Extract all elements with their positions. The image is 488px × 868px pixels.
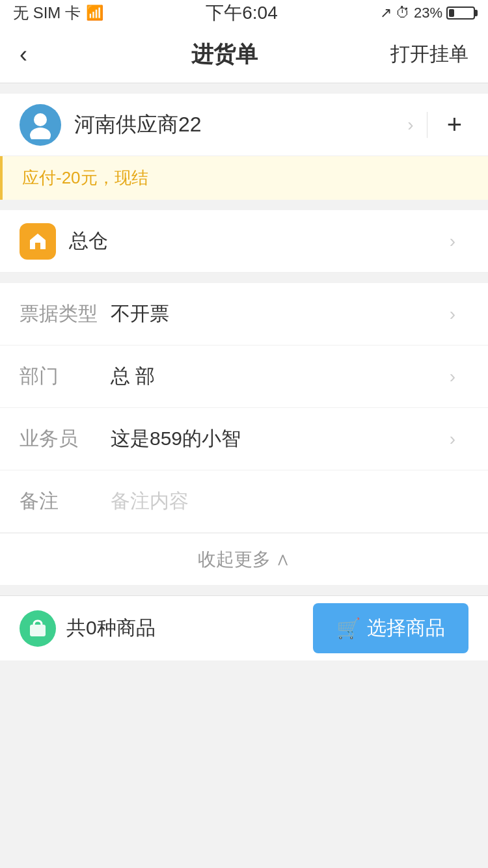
select-product-icon: 🛒	[336, 617, 360, 640]
page-title: 进货单	[191, 40, 258, 70]
supplier-name: 河南供应商22	[74, 111, 407, 139]
status-bar: 无 SIM 卡 📶 下午6:04 ↗ ⏱ 23%	[0, 0, 488, 26]
department-value: 总 部	[111, 363, 450, 390]
invoice-type-value: 不开票	[111, 301, 450, 327]
warehouse-chevron-icon: ›	[450, 231, 455, 252]
status-carrier: 无 SIM 卡 📶	[13, 3, 103, 23]
person-icon	[26, 111, 55, 139]
alarm-icon: ⏱	[396, 5, 410, 21]
supplier-chevron-icon: ›	[407, 115, 413, 135]
notice-banner: 应付-20元，现结	[0, 156, 488, 200]
notice-text: 应付-20元，现结	[22, 168, 148, 187]
house-icon	[27, 231, 48, 252]
supplier-row[interactable]: 河南供应商22 › +	[0, 94, 488, 156]
department-row[interactable]: 部门 总 部 ›	[0, 346, 488, 408]
product-count-text: 共0种商品	[66, 615, 313, 642]
department-label: 部门	[20, 363, 111, 390]
salesperson-chevron-icon: ›	[450, 429, 455, 450]
select-product-button[interactable]: 🛒 选择商品	[313, 603, 468, 653]
bottom-bar: 共0种商品 🛒 选择商品	[0, 595, 488, 660]
open-pending-button[interactable]: 打开挂单	[390, 41, 468, 68]
form-card: 票据类型 不开票 › 部门 总 部 › 业务员 这是859的小智 › 备注 备注…	[0, 283, 488, 585]
invoice-type-row[interactable]: 票据类型 不开票 ›	[0, 283, 488, 346]
department-chevron-icon: ›	[450, 366, 455, 387]
section-sep-2	[0, 200, 488, 210]
salesperson-value: 这是859的小智	[111, 426, 450, 452]
warehouse-icon	[20, 223, 56, 260]
divider	[427, 112, 427, 138]
supplier-avatar	[20, 104, 61, 146]
collapse-label: 收起更多 ∧	[198, 547, 291, 572]
location-icon: ↗	[380, 5, 392, 21]
remark-value[interactable]: 备注内容	[111, 488, 468, 515]
section-sep-4	[0, 585, 488, 595]
invoice-type-chevron-icon: ›	[450, 304, 455, 325]
wifi-icon: 📶	[86, 5, 103, 21]
carrier-text: 无 SIM 卡	[13, 3, 81, 23]
svg-rect-4	[30, 625, 46, 636]
salesperson-row[interactable]: 业务员 这是859的小智 ›	[0, 408, 488, 470]
invoice-type-label: 票据类型	[20, 301, 111, 327]
section-sep-1	[0, 83, 488, 94]
battery-percent: 23%	[414, 5, 442, 21]
select-product-label: 选择商品	[367, 615, 445, 642]
svg-point-1	[30, 128, 51, 139]
warehouse-row[interactable]: 总仓 ›	[0, 210, 488, 273]
svg-point-0	[34, 113, 47, 126]
status-indicators: ↗ ⏱ 23%	[380, 5, 475, 21]
battery-icon	[446, 7, 475, 20]
collapse-row[interactable]: 收起更多 ∧	[0, 533, 488, 585]
product-count-icon	[20, 610, 56, 647]
nav-bar: ‹ 进货单 打开挂单	[0, 26, 488, 83]
svg-rect-3	[35, 243, 40, 249]
section-sep-3	[0, 273, 488, 283]
remark-label: 备注	[20, 488, 111, 515]
back-button[interactable]: ‹	[20, 41, 59, 68]
gray-fill	[0, 660, 488, 856]
bag-icon	[27, 618, 48, 639]
warehouse-label: 总仓	[69, 228, 450, 254]
supplier-card: 河南供应商22 › + 应付-20元，现结	[0, 94, 488, 200]
salesperson-label: 业务员	[20, 426, 111, 452]
status-time: 下午6:04	[206, 1, 278, 25]
remark-row[interactable]: 备注 备注内容	[0, 470, 488, 533]
warehouse-card: 总仓 ›	[0, 210, 488, 273]
add-supplier-button[interactable]: +	[441, 110, 468, 139]
